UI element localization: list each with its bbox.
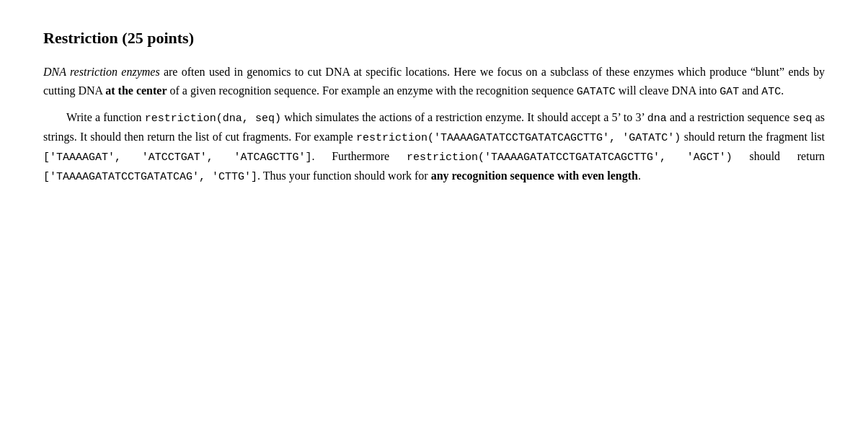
paragraph-1: DNA restriction enzymes are often used i…: [43, 63, 825, 101]
paragraph-2: Write a function restriction(dna, seq) w…: [43, 108, 825, 186]
section-title: Restriction (25 points): [43, 26, 825, 50]
p2-text9: .: [638, 169, 641, 182]
dna-restriction-italic: DNA restriction enzymes: [43, 66, 160, 78]
p1-text4: and: [739, 84, 761, 97]
p2-code3: seq: [792, 113, 812, 125]
p2-text2: which simulates the actions of a restric…: [281, 111, 647, 123]
p1-code3: ATC: [761, 86, 781, 98]
p2-code1: restriction(dna, seq): [145, 113, 281, 125]
p2-code5: ['TAAAAGAT', 'ATCCTGAT', 'ATCAGCTTG']: [43, 151, 311, 164]
p2-text3: and a restriction sequence: [667, 111, 793, 123]
p1-code1: GATATC: [577, 86, 616, 98]
p2-text1: Write a function: [66, 111, 145, 123]
p2-code7: ['TAAAAGATATCCTGATATCAG', 'CTTG']: [43, 171, 257, 183]
p1-text3: will cleave DNA into: [616, 84, 719, 97]
p1-text5: .: [781, 84, 784, 97]
p2-text6: . Furthermore: [311, 150, 406, 162]
p1-bold1: at the center: [105, 84, 167, 97]
p2-bold1: any recognition sequence with even lengt…: [431, 169, 638, 182]
p2-code4: restriction('TAAAAGATATCCTGATATCAGCTTG',…: [356, 132, 681, 144]
p2-text5: should return the fragment list: [681, 131, 825, 143]
p1-code2: GAT: [719, 86, 739, 98]
p2-code6: restriction('TAAAAGATATCCTGATATCAGCTTG',…: [407, 151, 732, 164]
p2-text7: should return: [732, 150, 825, 162]
p2-text8: . Thus your function should work for: [257, 169, 431, 182]
p1-text2: of a given recognition sequence. For exa…: [167, 84, 577, 97]
p2-code2: dna: [647, 113, 667, 125]
page-container: Restriction (25 points) DNA restriction …: [0, 0, 868, 432]
